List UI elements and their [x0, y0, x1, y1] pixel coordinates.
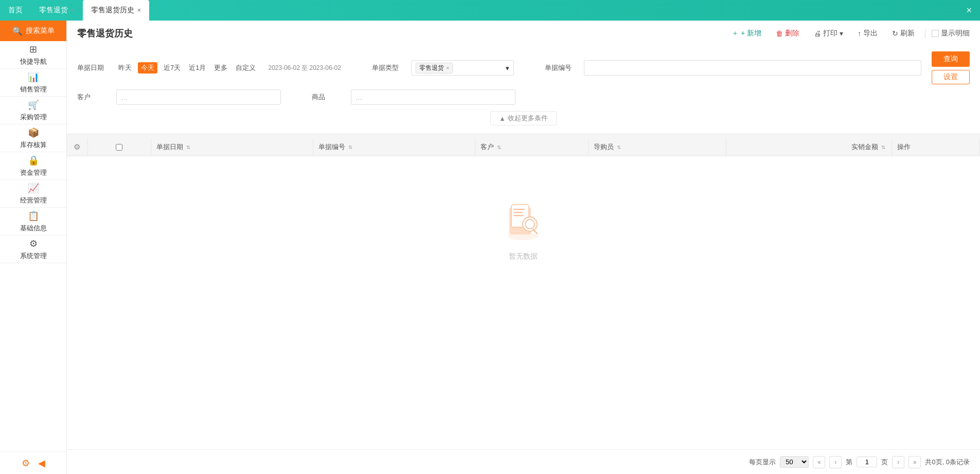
query-button[interactable]: 查询 — [932, 51, 970, 67]
refresh-button[interactable]: ↻ 刷新 — [888, 27, 919, 40]
tab-retail-return[interactable]: 零售退货 × — [31, 0, 83, 21]
customer-input[interactable]: … — [116, 89, 281, 105]
window-close-button[interactable]: × — [966, 5, 972, 16]
tab-retail-return-close[interactable]: × — [71, 7, 75, 14]
table-settings-icon[interactable]: ⚙ — [74, 142, 80, 151]
pagination: 每页显示 50 100 200 « ‹ 第 页 › » 共0页, 0条记录 — [67, 449, 980, 474]
page-title: 零售退货历史 — [77, 27, 133, 40]
guide-sort-icon[interactable]: ⇅ — [617, 144, 621, 150]
sidebar-item-finance-mgmt[interactable]: 🔒 资金管理 — [0, 152, 66, 180]
sales-icon: 📊 — [28, 71, 39, 83]
per-page-select[interactable]: 50 100 200 — [780, 456, 809, 468]
set-button[interactable]: 设置 — [932, 70, 970, 84]
tab-retail-return-history[interactable]: 零售退货历史 × — [83, 0, 149, 21]
date-sort-icon[interactable]: ⇅ — [186, 144, 190, 150]
sidebar-item-inventory-label: 库存核算 — [20, 140, 47, 150]
sidebar-bottom: ⚙ ◀ — [0, 451, 66, 474]
data-table: ⚙ 单据日期 ⇅ 单据编号 ⇅ — [67, 138, 980, 302]
sidebar-item-sys-mgmt[interactable]: ⚙ 系统管理 — [0, 235, 66, 263]
goods-input[interactable]: … — [351, 89, 515, 105]
voucher-no-label: 单据编号 — [545, 63, 574, 72]
voucher-type-tag: 零售退货 × — [416, 63, 453, 74]
tab-retail-return-history-close[interactable]: × — [137, 7, 141, 14]
select-all-input[interactable] — [116, 144, 122, 151]
sidebar-item-quick-nav-label: 快捷导航 — [20, 57, 47, 66]
no-sort-icon[interactable]: ⇅ — [348, 144, 352, 150]
refresh-label: 刷新 — [900, 29, 915, 38]
table-date-col[interactable]: 单据日期 ⇅ — [151, 138, 313, 156]
sidebar-item-base-info[interactable]: 📋 基础信息 — [0, 208, 66, 235]
collapse-more-button[interactable]: ▲ 收起更多条件 — [490, 111, 557, 125]
sidebar-item-sales-mgmt[interactable]: 📊 销售管理 — [0, 69, 66, 97]
voucher-no-input[interactable] — [584, 60, 921, 76]
date-btn-1month[interactable]: 近1月 — [187, 62, 208, 74]
date-btn-7days[interactable]: 近7天 — [162, 62, 183, 74]
sidebar-item-ops-mgmt[interactable]: 📈 经营管理 — [0, 180, 66, 208]
search-icon: 🔍 — [12, 26, 23, 36]
toolbar-divider — [925, 29, 925, 38]
table-action-col: 操作 — [892, 138, 980, 156]
date-btn-yesterday[interactable]: 昨天 — [116, 62, 134, 74]
first-page-button[interactable]: « — [813, 456, 825, 468]
new-button[interactable]: ＋ + 新增 — [727, 27, 765, 40]
quick-nav-icon: ⊞ — [29, 44, 37, 55]
page-header-row1: 零售退货历史 ＋ + 新增 🗑 删除 🖨 打印 ▾ — [77, 27, 970, 40]
table-guide-col[interactable]: 导购员 ⇅ — [589, 138, 726, 156]
show-detail-checkbox[interactable] — [932, 30, 939, 37]
date-btn-more[interactable]: 更多 — [212, 62, 229, 74]
amount-sort-icon[interactable]: ⇅ — [881, 144, 885, 150]
sidebar-item-purchase-mgmt[interactable]: 🛒 采购管理 — [0, 97, 66, 124]
table-body: 暂无数据 — [67, 156, 980, 303]
delete-label: 删除 — [785, 29, 799, 38]
sidebar-item-sys-label: 系统管理 — [20, 251, 47, 261]
table-amount-col[interactable]: 实销金额 ⇅ — [726, 138, 892, 156]
base-icon: 📋 — [28, 210, 39, 222]
customer-sort-icon[interactable]: ⇅ — [497, 144, 501, 150]
export-button[interactable]: ↑ 导出 — [853, 27, 882, 40]
no-col-label: 单据编号 — [318, 143, 345, 151]
svg-rect-3 — [513, 209, 525, 210]
customer-label: 客户 — [77, 93, 106, 102]
table-header-row: ⚙ 单据日期 ⇅ 单据编号 ⇅ — [67, 138, 980, 156]
voucher-type-select[interactable]: 零售退货 × ▾ — [411, 60, 514, 76]
export-label: 导出 — [863, 29, 878, 38]
table-settings-col: ⚙ — [67, 138, 87, 156]
filter-row-customer: 客户 … 商品 … — [77, 89, 970, 105]
tab-home[interactable]: 首页 — [0, 0, 31, 21]
table-customer-col[interactable]: 客户 ⇅ — [475, 138, 588, 156]
prev-page-button[interactable]: ‹ — [829, 456, 842, 468]
purchase-icon: 🛒 — [28, 99, 39, 111]
sidebar-search[interactable]: 🔍 搜索菜单 — [0, 21, 66, 41]
page-label: 第 — [846, 458, 852, 467]
next-page-button[interactable]: › — [892, 456, 904, 468]
collapse-up-icon: ▲ — [499, 115, 506, 122]
voucher-type-remove-icon[interactable]: × — [446, 65, 449, 71]
inventory-icon: 📦 — [28, 127, 39, 138]
date-btn-custom[interactable]: 自定义 — [234, 62, 258, 74]
page-header: 零售退货历史 ＋ + 新增 🗑 删除 🖨 打印 ▾ — [67, 21, 980, 134]
total-label: 共0页, 0条记录 — [925, 458, 970, 467]
show-detail-text: 显示明细 — [941, 29, 970, 38]
sidebar-item-quick-nav[interactable]: ⊞ 快捷导航 — [0, 41, 66, 69]
date-col-label: 单据日期 — [156, 143, 183, 151]
delete-button[interactable]: 🗑 删除 — [772, 27, 804, 40]
svg-rect-5 — [513, 215, 524, 216]
export-icon: ↑ — [858, 29, 861, 38]
collapse-more-label: 收起更多条件 — [508, 114, 548, 123]
show-detail[interactable]: 显示明细 — [932, 29, 970, 38]
finance-icon: 🔒 — [28, 155, 39, 166]
page-suffix: 页 — [881, 458, 888, 467]
print-button[interactable]: 🖨 打印 ▾ — [810, 27, 847, 40]
collapse-sidebar-icon[interactable]: ◀ — [38, 458, 45, 469]
page-input[interactable] — [857, 457, 877, 467]
settings-bottom-icon[interactable]: ⚙ — [22, 458, 30, 469]
new-label: + 新增 — [741, 29, 761, 38]
toolbar: ＋ + 新增 🗑 删除 🖨 打印 ▾ ↑ 导出 — [727, 27, 970, 40]
table-no-col[interactable]: 单据编号 ⇅ — [313, 138, 475, 156]
select-all-checkbox[interactable] — [93, 144, 146, 151]
last-page-button[interactable]: » — [908, 456, 921, 468]
sidebar-item-sales-label: 销售管理 — [20, 85, 47, 94]
sidebar-item-base-label: 基础信息 — [20, 224, 47, 233]
sidebar-item-inventory[interactable]: 📦 库存核算 — [0, 124, 66, 152]
date-btn-today[interactable]: 今天 — [138, 62, 157, 74]
